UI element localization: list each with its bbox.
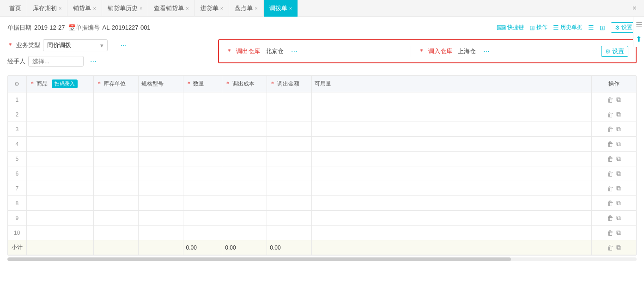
handler-input[interactable]: [28, 56, 84, 67]
row-qty-4[interactable]: [183, 137, 222, 152]
row-amount-9[interactable]: [267, 211, 312, 226]
row-qty-6[interactable]: [183, 166, 222, 181]
sidebar-upload-icon[interactable]: ⬆: [636, 35, 642, 43]
row-spec-10[interactable]: [138, 226, 183, 240]
row-unit-11[interactable]: [93, 240, 138, 255]
row-spec-6[interactable]: [138, 166, 183, 181]
tab-transfer-order[interactable]: 调拨单 ×: [264, 0, 298, 17]
row-spec-7[interactable]: [138, 181, 183, 196]
delete-icon-11[interactable]: 🗑: [607, 244, 614, 251]
row-goods-2[interactable]: [26, 107, 93, 122]
tab-purchase-order[interactable]: 进货单 ×: [195, 0, 229, 17]
row-amount-1[interactable]: [267, 92, 312, 107]
row-amount-5[interactable]: [267, 152, 312, 166]
view-toggle-list[interactable]: ☰: [588, 24, 594, 31]
view-toggle-grid[interactable]: ⊞: [600, 24, 605, 31]
copy-icon-9[interactable]: ⧉: [616, 214, 621, 222]
row-cost-9[interactable]: [222, 211, 267, 226]
row-goods-6[interactable]: [26, 166, 93, 181]
row-amount-3[interactable]: [267, 122, 312, 137]
delete-icon-1[interactable]: 🗑: [607, 96, 614, 104]
row-qty-10[interactable]: [183, 226, 222, 240]
copy-icon-10[interactable]: ⧉: [616, 229, 621, 237]
row-unit-7[interactable]: [93, 181, 138, 196]
row-unit-2[interactable]: [93, 107, 138, 122]
row-cost-1[interactable]: [222, 92, 267, 107]
tab-sales-history-close[interactable]: ×: [140, 6, 142, 11]
row-unit-3[interactable]: [93, 122, 138, 137]
business-type-select[interactable]: 同价调拨 ▾: [43, 39, 108, 51]
delete-icon-5[interactable]: 🗑: [607, 155, 614, 163]
row-goods-11[interactable]: [26, 240, 93, 255]
row-cost-3[interactable]: [222, 122, 267, 137]
row-qty-9[interactable]: [183, 211, 222, 226]
operations-button[interactable]: ⊞ 操作: [529, 24, 547, 31]
tab-inventory-check[interactable]: 盘点单 ×: [229, 0, 263, 17]
row-amount-10[interactable]: [267, 226, 312, 240]
row-amount-4[interactable]: [267, 137, 312, 152]
scan-button[interactable]: 扫码录入: [52, 79, 78, 88]
row-cost-2[interactable]: [222, 107, 267, 122]
row-cost-5[interactable]: [222, 152, 267, 166]
tab-inventory-check-close[interactable]: ×: [255, 6, 257, 11]
row-qty-8[interactable]: [183, 196, 222, 211]
warehouse-settings-button[interactable]: ⚙ 设置: [601, 46, 628, 57]
in-warehouse-more-icon[interactable]: ···: [483, 47, 489, 55]
row-cost-10[interactable]: [222, 226, 267, 240]
tab-purchase-order-close[interactable]: ×: [220, 6, 223, 11]
row-spec-5[interactable]: [138, 152, 183, 166]
handler-more-icon[interactable]: ···: [90, 57, 96, 66]
copy-icon-8[interactable]: ⧉: [616, 199, 621, 207]
history-button[interactable]: ☰ 历史单据: [553, 24, 583, 31]
calendar-icon[interactable]: 📅: [68, 24, 76, 31]
row-spec-11[interactable]: [138, 240, 183, 255]
copy-icon-1[interactable]: ⧉: [616, 96, 621, 104]
tab-home[interactable]: 首页: [4, 0, 27, 17]
row-unit-4[interactable]: [93, 137, 138, 152]
sidebar-list-icon[interactable]: ☰: [636, 20, 642, 29]
row-amount-2[interactable]: [267, 107, 312, 122]
row-amount-8[interactable]: [267, 196, 312, 211]
copy-icon-7[interactable]: ⧉: [616, 184, 621, 192]
row-cost-8[interactable]: [222, 196, 267, 211]
row-spec-1[interactable]: [138, 92, 183, 107]
tab-sales-order[interactable]: 销货单 ×: [67, 0, 102, 17]
out-warehouse-more-icon[interactable]: ···: [291, 47, 297, 55]
row-qty-7[interactable]: [183, 181, 222, 196]
row-amount-6[interactable]: [267, 166, 312, 181]
copy-icon-6[interactable]: ⧉: [616, 170, 621, 177]
row-qty-5[interactable]: [183, 152, 222, 166]
row-spec-8[interactable]: [138, 196, 183, 211]
row-unit-8[interactable]: [93, 196, 138, 211]
row-goods-4[interactable]: [26, 137, 93, 152]
row-cost-7[interactable]: [222, 181, 267, 196]
row-amount-7[interactable]: [267, 181, 312, 196]
row-qty-2[interactable]: [183, 107, 222, 122]
row-unit-5[interactable]: [93, 152, 138, 166]
horizontal-scrollbar[interactable]: [7, 257, 637, 261]
delete-icon-10[interactable]: 🗑: [607, 229, 614, 237]
delete-icon-7[interactable]: 🗑: [607, 185, 614, 192]
tab-inventory-init-close[interactable]: ×: [59, 6, 61, 11]
row-goods-1[interactable]: [26, 92, 93, 107]
tab-view-sales-close[interactable]: ×: [186, 6, 188, 11]
delete-icon-3[interactable]: 🗑: [607, 126, 614, 133]
delete-icon-2[interactable]: 🗑: [607, 111, 614, 118]
tab-sales-history[interactable]: 销货单历史 ×: [102, 0, 148, 17]
row-goods-9[interactable]: [26, 211, 93, 226]
delete-icon-4[interactable]: 🗑: [607, 140, 614, 148]
copy-icon-2[interactable]: ⧉: [616, 110, 621, 118]
tab-inventory-init[interactable]: 库存期初 ×: [27, 0, 67, 17]
delete-icon-9[interactable]: 🗑: [607, 214, 614, 222]
delete-icon-6[interactable]: 🗑: [607, 170, 614, 177]
row-unit-10[interactable]: [93, 226, 138, 240]
tab-transfer-order-close[interactable]: ×: [289, 6, 292, 11]
row-qty-3[interactable]: [183, 122, 222, 137]
row-spec-2[interactable]: [138, 107, 183, 122]
row-unit-9[interactable]: [93, 211, 138, 226]
window-close-button[interactable]: ×: [629, 2, 640, 14]
row-unit-6[interactable]: [93, 166, 138, 181]
copy-icon-3[interactable]: ⧉: [616, 125, 621, 133]
row-goods-3[interactable]: [26, 122, 93, 137]
row-cost-4[interactable]: [222, 137, 267, 152]
